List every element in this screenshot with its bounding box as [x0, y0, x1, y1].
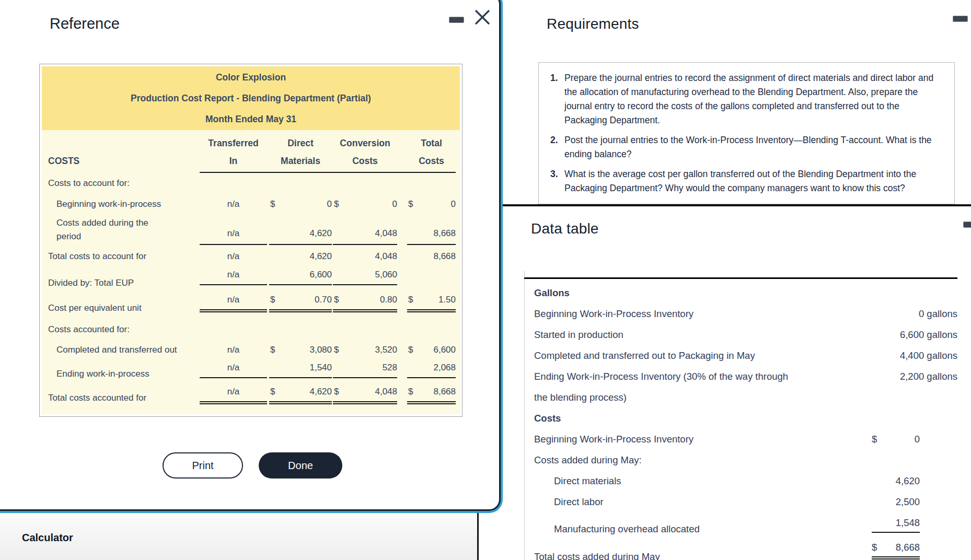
- cell-value: 5,060: [375, 270, 397, 280]
- section-label: Gallons: [534, 287, 570, 299]
- table-row: Started in production 6,600 gallons: [524, 324, 957, 345]
- row-value: 4,620: [896, 475, 920, 487]
- data-table-title: Data table: [531, 220, 599, 237]
- cell-value: 6,600: [433, 345, 456, 355]
- table-section-header: Costs: [524, 408, 957, 429]
- cell-value: 6,600: [309, 270, 332, 280]
- cell-conversion-costs: $0.80: [333, 293, 397, 310]
- row-value: 2,500: [896, 496, 920, 508]
- row-label: Started in production: [534, 329, 623, 341]
- col-header-in: In: [200, 152, 267, 170]
- table-row: Manufacturing overhead allocated 1,548: [524, 512, 957, 538]
- dollar-sign: $: [872, 434, 877, 445]
- close-icon[interactable]: [473, 8, 492, 27]
- requirements-title: Requirements: [547, 16, 639, 32]
- cell-value: n/a: [227, 387, 240, 397]
- row-label: the blending process): [534, 392, 627, 403]
- done-button[interactable]: Done: [259, 452, 342, 479]
- row-label: Completed and transferred out: [42, 343, 200, 357]
- cell-conversion-costs: 4,048: [333, 249, 397, 264]
- cell-total-costs: [407, 268, 456, 285]
- report-row: Costs added during the period n/a 4,620 …: [42, 215, 460, 245]
- cell-transferred-in: n/a: [200, 249, 267, 264]
- dollar-sign: $: [407, 295, 413, 305]
- cell-value: n/a: [227, 199, 240, 209]
- cell-conversion-costs: 5,060: [333, 268, 397, 285]
- report-row: Costs accounted for:: [42, 320, 460, 339]
- cell-value: 8,668: [433, 387, 456, 397]
- minimize-icon[interactable]: [449, 17, 464, 23]
- cell-transferred-in: n/a: [200, 196, 267, 212]
- table-row: Costs added during May:: [524, 450, 957, 471]
- cell-value: 528: [383, 363, 397, 373]
- cell-total-costs: $0: [407, 196, 456, 212]
- reference-window: Reference Color Explosion Production Cos…: [0, 0, 501, 511]
- row-label: Ending Work-in-Process Inventory (30% of…: [534, 371, 788, 382]
- dollar-sign: $: [333, 199, 339, 209]
- dollar-sign: $: [407, 345, 413, 355]
- report-row: Divided by: Total EUP n/a 6,600 5,060: [42, 268, 460, 293]
- report-row: Beginning work-in-process n/a $0 $0 $0: [42, 194, 460, 215]
- row-value: 0: [915, 434, 920, 445]
- cell-value: 4,048: [375, 228, 397, 239]
- row-label: Costs to account for:: [42, 177, 200, 190]
- print-button[interactable]: Print: [163, 452, 243, 479]
- row-label: Costs accounted for:: [42, 323, 200, 336]
- minimize-icon[interactable]: [953, 16, 968, 22]
- report-column-headers: Transferred Direct Conversion Total COST…: [42, 130, 460, 173]
- cell-value: n/a: [227, 228, 240, 239]
- cell-conversion-costs: $3,520: [333, 342, 397, 358]
- cell-value: 8,668: [433, 228, 456, 239]
- dollar-sign: $: [269, 387, 275, 397]
- cell-value: 0: [451, 199, 456, 209]
- cell-total-costs: $6,600: [407, 342, 456, 358]
- cell-value: 3,080: [309, 345, 332, 355]
- report-title: Production Cost Report - Blending Depart…: [42, 88, 460, 109]
- cell-direct-materials: 4,620: [269, 249, 332, 264]
- row-value: 6,600 gallons: [900, 329, 957, 341]
- cell-transferred-in: n/a: [200, 293, 267, 310]
- cell-total-costs: 8,668: [407, 227, 456, 245]
- data-table-window: Data table Gallons Beginning Work-in-Pro…: [501, 204, 971, 560]
- cell-value: n/a: [227, 295, 240, 305]
- row-label: Costs added during the period: [42, 216, 200, 243]
- requirement-number: 3.: [550, 167, 564, 195]
- table-row: Direct materials 4,620: [524, 471, 957, 492]
- report-row: Costs to account for:: [42, 173, 460, 194]
- report-company: Color Explosion: [42, 67, 460, 88]
- table-row: Direct labor 2,500: [524, 492, 957, 512]
- cell-value: 4,620: [309, 228, 332, 239]
- requirement-item: 3. What is the average cost per gallon t…: [550, 167, 944, 195]
- table-row: the blending process): [524, 387, 957, 408]
- row-label: Beginning Work-in-Process Inventory: [534, 434, 693, 445]
- calculator-title: Calculator: [22, 532, 73, 544]
- row-amount: 2,500: [872, 496, 920, 508]
- cell-value: n/a: [227, 363, 240, 373]
- cell-value: 4,048: [375, 251, 397, 262]
- row-value: 1,548: [896, 517, 920, 529]
- dollar-sign: $: [407, 199, 413, 209]
- requirement-text: Post the journal entries to the Work-in-…: [564, 133, 944, 161]
- row-amount: $ 0: [872, 434, 920, 445]
- col-header-total: Total: [407, 134, 456, 152]
- costs-axis-label: COSTS: [42, 152, 200, 170]
- cell-value: 4,620: [309, 387, 332, 397]
- report-row: Total costs to account for n/a 4,620 4,0…: [42, 245, 460, 268]
- calculator-panel[interactable]: Calculator: [0, 513, 479, 560]
- cell-conversion-costs: 528: [333, 361, 397, 378]
- cell-value: 2,068: [433, 363, 456, 373]
- table-row: Ending Work-in-Process Inventory (30% of…: [524, 366, 957, 387]
- table-row: Beginning Work-in-Process Inventory $ 0: [524, 429, 957, 450]
- row-label: Costs added during May:: [534, 454, 642, 466]
- cell-transferred-in: n/a: [200, 385, 267, 402]
- requirement-text: What is the average cost per gallon tran…: [564, 167, 944, 195]
- cell-value: 8,668: [433, 251, 456, 262]
- report-row: Ending work-in-process n/a 1,540 528 2,0…: [42, 361, 460, 385]
- requirement-text: Prepare the journal entries to record th…: [564, 71, 944, 127]
- cell-value: 3,520: [375, 345, 397, 355]
- col-header-conversion: Conversion: [333, 134, 397, 152]
- minimize-icon[interactable]: [963, 221, 971, 228]
- row-label: Direct materials: [534, 475, 621, 487]
- report-row: Total costs accounted for n/a $4,620 $4,…: [42, 385, 460, 411]
- cell-total-costs: 8,668: [407, 249, 456, 264]
